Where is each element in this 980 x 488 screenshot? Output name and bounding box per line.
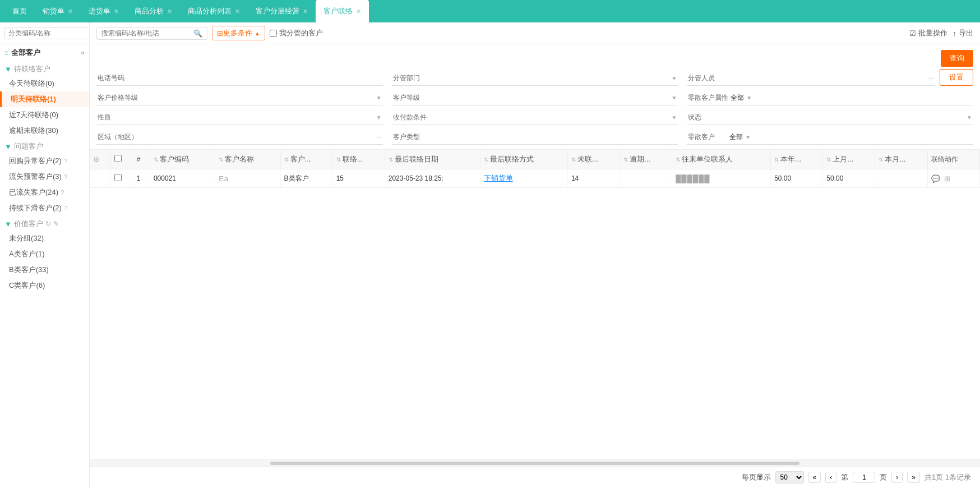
th-type[interactable]: 客户... [280,150,332,169]
th-this-year[interactable]: 本年... [771,150,823,169]
th-last-method[interactable]: 最后联络方式 [480,150,567,169]
page-number-input[interactable] [853,472,875,483]
th-unit-contact[interactable]: 往来单位联系人 [672,150,771,169]
th-code[interactable]: 客户编码 [150,150,215,169]
search-input[interactable] [101,29,191,37]
refresh-icon[interactable]: ↻ [45,220,51,228]
payment-input[interactable] [432,112,669,122]
chevron-down-icon[interactable]: ▼ [671,95,677,101]
sidebar-item-tomorrow-contact[interactable]: 明天待联络(1) [0,91,89,107]
sidebar-item-class-b[interactable]: B类客户(33) [0,262,89,278]
nav-home[interactable]: 首页 [4,0,35,22]
my-customers-check[interactable] [270,30,277,37]
close-icon[interactable]: ✕ [167,8,172,15]
chevron-up-icon: ▲ [255,30,260,36]
dept-input[interactable] [432,73,669,83]
toolbar-right: ☑ 批量操作 ↑ 导出 [909,28,974,38]
export-button[interactable]: ↑ 导出 [953,28,974,38]
more-icon[interactable]: ··· [928,74,934,82]
nav-customer-segmentation[interactable]: 客户分层经营 ✕ [248,0,316,22]
my-customers-checkbox[interactable]: 我分管的客户 [270,28,323,38]
close-icon[interactable]: ✕ [114,8,119,15]
top-navigation: 首页 销货单 ✕ 进货单 ✕ 商品分析 ✕ 商品分析列表 ✕ 客户分层经营 ✕ … [0,0,980,22]
setting-button[interactable]: 设置 [940,69,973,86]
more-conditions-button[interactable]: ⊞ 更多条件 ▲ [212,26,265,40]
th-contacts[interactable]: 联络... [332,150,385,169]
horizontal-scrollbar[interactable] [270,462,799,465]
th-no-contact[interactable]: 未联... [567,150,620,169]
sidebar: 🔍 ≡ 全部客户 « ▼ 待联络客户 今天待联络(0) 明天待联络(1) 近7天… [0,22,90,488]
action-comment-icon[interactable]: 💬 [931,174,940,183]
sidebar-item-overdue-contact[interactable]: 逾期未联络(30) [0,123,89,139]
nav-product-analysis[interactable]: 商品分析 ✕ [127,0,180,22]
next-page-button[interactable]: › [891,472,903,483]
nav-sales-order[interactable]: 销货单 ✕ [35,0,81,22]
close-icon[interactable]: ✕ [303,8,308,15]
sidebar-item-abnormal-repurchase[interactable]: 回购异常客户(2) ? [0,153,89,169]
last-method-link[interactable]: 下销货单 [484,174,513,182]
query-button[interactable]: 查询 [941,50,973,67]
settings-icon[interactable]: ⚙ [93,155,100,164]
sidebar-item-declining[interactable]: 持续下滑客户(2) ? [0,200,89,216]
sidebar-item-churned[interactable]: 已流失客户(24) ? [0,185,89,200]
status-input[interactable] [727,112,964,122]
search-icon[interactable]: 🔍 [193,29,202,38]
help-icon[interactable]: ? [61,189,64,196]
chevron-down-icon[interactable]: ▼ [376,114,382,121]
sidebar-item-today-contact[interactable]: 今天待联络(0) [0,76,89,91]
td-checkbox[interactable] [110,169,133,188]
prev-page-button[interactable]: ‹ [825,472,836,483]
th-last-month[interactable]: 上月... [823,150,875,169]
row-checkbox[interactable] [114,174,122,181]
phone-input[interactable] [137,73,382,83]
chevron-down-icon[interactable]: ▼ [746,95,752,101]
close-icon[interactable]: ✕ [356,8,361,15]
chevron-down-icon[interactable]: ▼ [376,95,382,101]
close-icon[interactable]: ✕ [235,8,240,15]
th-this-month[interactable]: 本月... [875,150,927,169]
close-icon[interactable]: ✕ [68,8,73,15]
person-input[interactable] [727,73,926,83]
page-size-select[interactable]: 50 20 100 [775,471,804,484]
region-input[interactable] [138,132,374,142]
chevron-down-icon[interactable]: ▼ [745,134,751,140]
td-last-method[interactable]: 下销货单 [480,169,567,188]
help-icon[interactable]: ? [64,173,67,180]
collapse-icon[interactable]: « [81,49,85,57]
search-box[interactable]: 🔍 [96,27,207,40]
price-level-input[interactable] [138,93,374,103]
customer-type-input[interactable] [432,132,677,142]
th-checkbox[interactable] [110,150,133,169]
help-icon[interactable]: ? [64,205,67,211]
sidebar-search-input[interactable] [4,27,90,39]
last-page-button[interactable]: » [907,472,920,483]
more-icon[interactable]: ··· [376,133,382,141]
chevron-down-icon[interactable]: ▼ [671,75,677,81]
sidebar-item-7day-contact[interactable]: 近7天待联络(0) [0,107,89,123]
sidebar-item-churn-warning[interactable]: 流失预警客户(3) ? [0,169,89,185]
th-overdue[interactable]: 逾期... [620,150,672,169]
select-all-checkbox[interactable] [114,155,122,162]
nav-customer-contact[interactable]: 客户联络 ✕ [316,0,369,22]
chevron-down-icon[interactable]: ▼ [671,114,677,121]
filter-icon: ⊞ [217,29,223,38]
gender-input[interactable] [137,112,374,122]
first-page-button[interactable]: « [808,472,821,483]
nav-purchase-order[interactable]: 进货单 ✕ [81,0,127,22]
th-name[interactable]: 客户名称 [215,150,280,169]
batch-operations-button[interactable]: ☑ 批量操作 [909,28,947,38]
all-customers-header[interactable]: ≡ 全部客户 « [0,44,89,61]
nav-product-analysis-list[interactable]: 商品分析列表 ✕ [180,0,248,22]
sidebar-item-class-c[interactable]: C类客户(6) [0,278,89,293]
th-settings[interactable]: ⚙ [90,150,110,169]
chevron-down-icon[interactable]: ▼ [967,114,972,121]
action-more-icon[interactable]: ⊞ [944,174,950,183]
sidebar-item-ungrouped[interactable]: 未分组(32) [0,231,89,246]
edit-icon[interactable]: ✎ [53,220,59,228]
help-icon[interactable]: ? [64,158,67,164]
td-action[interactable]: 💬 ⊞ [927,169,979,188]
sidebar-item-class-a[interactable]: A类客户(1) [0,246,89,262]
th-last-date[interactable]: 最后联络日期 [385,150,480,169]
filter-region: 区域（地区） ··· [96,130,383,145]
customer-level-input[interactable] [432,93,669,103]
